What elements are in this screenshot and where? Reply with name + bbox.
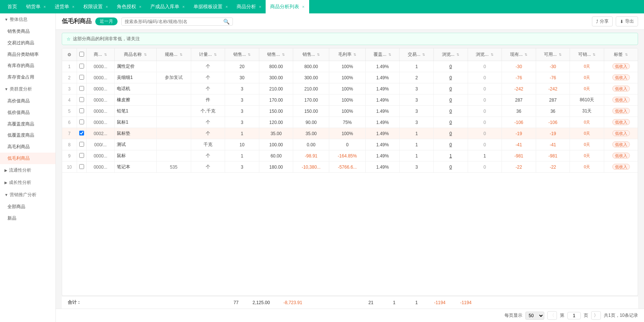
cell-browse1[interactable]: 0 (434, 95, 468, 106)
export-button[interactable]: ⬇ 导出 (616, 16, 638, 26)
sidebar-item-high-margin[interactable]: 高毛利商品 (0, 141, 55, 153)
cell-browse1[interactable]: 0 (434, 139, 468, 150)
cell-browse1[interactable]: 0 (434, 162, 468, 173)
col-trade[interactable]: 交易... ⇅ (400, 48, 434, 61)
nav-goods-analysis[interactable]: 商品分析 × (232, 0, 266, 13)
page-input[interactable] (567, 312, 581, 319)
row-checkbox[interactable] (79, 86, 84, 91)
cell-name[interactable]: 鼠标1 (115, 117, 157, 128)
sidebar-item-high-coverage[interactable]: 高覆盖度商品 (0, 118, 55, 130)
nav-purchase-order[interactable]: 进货单 × (50, 0, 79, 13)
row-checkbox[interactable] (79, 153, 84, 158)
sidebar-item-high-value[interactable]: 高价值商品 (0, 95, 55, 107)
sidebar-item-traded-goods[interactable]: 交易过的商品 (0, 37, 55, 49)
row-checkbox[interactable] (79, 108, 84, 113)
col-sales-amount[interactable]: 销售... ⇅ (293, 48, 329, 61)
col-sales-price[interactable]: 销售... ⇅ (259, 48, 293, 61)
row-checkbox[interactable] (79, 119, 84, 124)
col-tag[interactable]: 标签 ⇅ (604, 48, 638, 61)
col-name[interactable]: 商品名称 ⇅ (115, 48, 157, 61)
nav-template-settings[interactable]: 单据模板设置 × (189, 0, 232, 13)
close-icon[interactable]: × (106, 4, 108, 9)
cell-name[interactable]: 测试 (115, 139, 157, 150)
close-icon[interactable]: × (182, 4, 185, 9)
col-unit[interactable]: 计量... ⇅ (191, 48, 225, 61)
sidebar-item-capital[interactable]: 库存资金占用 (0, 71, 55, 83)
cell-gross-margin: 100% (329, 128, 366, 139)
cell-trade: 3 (400, 83, 434, 95)
sidebar-group-circulation[interactable]: ▶ 流通性分析 (0, 164, 55, 176)
row-checkbox[interactable] (79, 164, 84, 169)
row-checkbox[interactable] (79, 64, 84, 68)
col-settings[interactable]: ⚙ (62, 48, 77, 61)
cell-browse1[interactable]: 0 (434, 72, 468, 83)
col-browse2[interactable]: 浏览... ⇅ (468, 48, 502, 61)
col-browse1[interactable]: 浏览... ⇅ (434, 48, 468, 61)
prev-page-button[interactable]: 〈 (547, 311, 557, 320)
cell-unit: 个 (191, 72, 225, 83)
sidebar-group-growth[interactable]: ▶ 成长性分析 (0, 176, 55, 189)
cell-name[interactable]: 笔记本 (115, 162, 157, 173)
nav-roles[interactable]: 角色授权 × (112, 0, 146, 13)
col-coverage[interactable]: 覆盖... ⇅ (365, 48, 400, 61)
col-spec[interactable]: 规格... ⇅ (157, 48, 191, 61)
cell-browse1[interactable]: 0 (434, 117, 468, 128)
col-saleable[interactable]: 可销... ⇅ (570, 48, 604, 61)
next-page-button[interactable]: 〉 (591, 311, 601, 320)
col-sales-qty[interactable]: 销售... ⇅ (225, 48, 259, 61)
col-current-stock[interactable]: 现有... ⇅ (502, 48, 536, 61)
nav-sales-order[interactable]: 销货单 × (22, 0, 50, 13)
sidebar-group-overall[interactable]: ▼ 整体信息 (0, 13, 55, 26)
cell-checkbox (77, 61, 86, 72)
col-gross-margin[interactable]: 毛利率 ⇅ (329, 48, 366, 61)
cell-name[interactable]: 铅笔1 (115, 106, 157, 117)
cell-browse1[interactable]: 0 (434, 106, 468, 117)
sidebar-item-low-coverage[interactable]: 低覆盖度商品 (0, 130, 55, 141)
close-icon[interactable]: × (225, 4, 228, 9)
cell-name[interactable]: 属性定价 (115, 61, 157, 72)
close-icon[interactable]: × (139, 4, 141, 9)
row-checkbox[interactable] (79, 142, 84, 147)
cell-current-stock: 36 (502, 106, 536, 117)
search-icon[interactable]: 🔍 (223, 19, 230, 25)
row-checkbox[interactable] (79, 75, 84, 80)
share-button[interactable]: ⤴ 分享 (592, 16, 613, 26)
col-available[interactable]: 可用... ⇅ (536, 48, 570, 61)
nav-product-entry[interactable]: 产成品入库单 × (146, 0, 189, 13)
cell-browse1[interactable]: 1 (434, 150, 468, 162)
cell-name[interactable]: 吴细细1 (115, 72, 157, 83)
sidebar-item-sales-goods[interactable]: 销售类商品 (0, 26, 55, 37)
time-filter-button[interactable]: 近一月 (95, 17, 118, 25)
sidebar-item-new-goods[interactable]: 新品 (0, 213, 55, 224)
cell-name[interactable]: 鼠标垫 (115, 128, 157, 139)
sidebar-item-low-margin[interactable]: 低毛利商品 (0, 153, 55, 164)
sidebar-item-stocked-goods[interactable]: 有库存的商品 (0, 60, 55, 71)
close-icon[interactable]: × (72, 4, 74, 9)
close-icon[interactable]: × (44, 4, 46, 9)
cell-browse1[interactable]: 0 (434, 61, 468, 72)
cell-browse1[interactable]: 0 (434, 83, 468, 95)
close-icon[interactable]: × (302, 4, 304, 9)
per-page-select[interactable]: 50 20 100 (525, 312, 544, 320)
col-code[interactable]: 商... ⇅ (86, 48, 114, 61)
cell-name[interactable]: 橡皮擦 (115, 95, 157, 106)
nav-home[interactable]: 首页 (3, 0, 22, 13)
sidebar-item-all-goods[interactable]: 全部商品 (0, 201, 55, 213)
cell-name[interactable]: 鼠标 (115, 150, 157, 162)
sidebar-group-marketing[interactable]: ▼ 营销推广分析 (0, 189, 55, 201)
nav-goods-analysis-list[interactable]: 商品分析列表 × (266, 0, 309, 13)
cell-available: -76 (536, 72, 570, 83)
cell-name[interactable]: 电话机 (115, 83, 157, 95)
search-input[interactable] (125, 19, 223, 24)
row-checkbox[interactable] (79, 131, 84, 136)
sidebar-item-low-value[interactable]: 低价值商品 (0, 107, 55, 118)
sidebar-item-category-rate[interactable]: 商品分类助销率 (0, 49, 55, 60)
nav-permissions[interactable]: 权限设置 × (79, 0, 112, 13)
close-icon[interactable]: × (259, 4, 261, 9)
cell-browse1[interactable]: 0 (434, 128, 468, 139)
sidebar-group-cluster[interactable]: ▼ 类群度分析 (0, 83, 55, 95)
page-of-label: 页 (584, 312, 588, 319)
select-all-checkbox[interactable] (79, 52, 84, 57)
cell-spec: 参加复试 (157, 72, 191, 83)
row-checkbox[interactable] (79, 97, 84, 102)
